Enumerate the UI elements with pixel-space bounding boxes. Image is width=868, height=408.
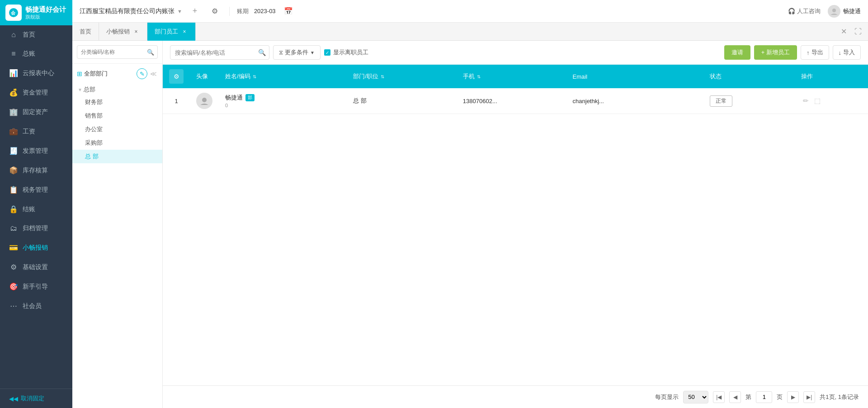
unpin-label: 取消固定 — [21, 394, 44, 403]
support-button[interactable]: 🎧 人工咨询 — [788, 7, 821, 15]
calendar-icon[interactable]: 📅 — [281, 4, 296, 19]
col-phone-header[interactable]: 手机 ⇅ — [457, 65, 566, 88]
export-button[interactable]: ↑ 导出 — [801, 45, 829, 60]
sidebar-item-guide[interactable]: 🎯 新手引导 — [0, 277, 72, 296]
unpin-icon: ◀◀ — [9, 395, 18, 402]
all-dept-button[interactable]: ⊞ 全部部门 — [77, 70, 134, 78]
tab-close-button[interactable]: ✕ — [837, 25, 850, 38]
sidebar-item-expense[interactable]: 💳 小畅报销 — [0, 238, 72, 257]
company-selector[interactable]: 江西服宝精品有限责任公司内账张 ▼ — [80, 7, 182, 15]
tab-dept-close[interactable]: × — [181, 28, 188, 35]
tab-expense-close[interactable]: × — [132, 28, 140, 35]
sidebar-item-home[interactable]: ⌂ 首页 — [0, 25, 72, 44]
search-input[interactable] — [170, 45, 269, 60]
page-last-button[interactable]: ▶| — [803, 391, 815, 403]
avatar — [828, 5, 840, 18]
period-value: 2023-03 — [254, 8, 276, 14]
period-label: 账期 — [237, 7, 249, 15]
logout-button[interactable]: ⬚ — [812, 96, 822, 105]
dept-tree: ▼ 总部 财务部 销售部 办公室 采购部 总 部 — [72, 82, 162, 408]
invite-button[interactable]: 邀请 — [724, 45, 750, 60]
dept-node-office[interactable]: 办公室 — [72, 123, 162, 136]
tab-home-label: 首页 — [80, 28, 91, 36]
page-prev-button[interactable]: ◀ — [729, 391, 741, 403]
col-settings-header: ⚙ — [163, 65, 190, 88]
sidebar-item-basic-label: 基础设置 — [23, 263, 48, 271]
dept-node-purchase[interactable]: 采购部 — [72, 136, 162, 150]
page-suffix: 页 — [777, 393, 783, 401]
tab-maximize-button[interactable]: ⛶ — [852, 25, 864, 38]
sidebar-item-invoice[interactable]: 🧾 发票管理 — [0, 141, 72, 161]
pagination-bar: 每页显示 50 100 200 |◀ ◀ 第 页 ▶ ▶| 共1页, 1条记录 — [163, 385, 868, 408]
sidebar-item-archive[interactable]: 🗂 归档管理 — [0, 219, 72, 238]
svg-point-2 — [832, 9, 836, 12]
col-dept-header[interactable]: 部门/职位 ⇅ — [347, 65, 457, 88]
add-employee-label: + 新增员工 — [761, 48, 790, 57]
user-info[interactable]: 畅捷通 — [828, 5, 861, 18]
sort-dept-icon: ⇅ — [381, 74, 384, 79]
page-input[interactable] — [756, 391, 772, 403]
sidebar-item-tax[interactable]: 📋 税务管理 — [0, 180, 72, 199]
sidebar-item-ledger[interactable]: ≡ 总账 — [0, 44, 72, 63]
sidebar-item-salary[interactable]: 💼 工资 — [0, 122, 72, 141]
sidebar-item-more-label: 社会员 — [23, 302, 42, 310]
edit-button[interactable]: ✏ — [801, 96, 811, 105]
support-label: 人工咨询 — [797, 7, 821, 15]
employee-table: ⚙ 头像 姓名/编码 ⇅ 部门/职位 ⇅ 手机 ⇅ — [163, 65, 868, 385]
tab-home[interactable]: 首页 — [72, 23, 99, 41]
sidebar-item-inventory[interactable]: 📦 库存核算 — [0, 161, 72, 180]
dept-node-general[interactable]: 总 部 — [72, 150, 162, 163]
reports-icon: 📊 — [9, 69, 18, 77]
archive-icon: 🗂 — [9, 224, 18, 232]
row-avatar — [190, 88, 219, 114]
headset-icon: 🎧 — [788, 8, 795, 14]
add-company-button[interactable]: + — [188, 4, 202, 19]
dept-node-sales[interactable]: 销售部 — [72, 109, 162, 123]
col-name-header[interactable]: 姓名/编码 ⇅ — [219, 65, 347, 88]
inventory-icon: 📦 — [9, 166, 18, 175]
salary-icon: 💼 — [9, 127, 18, 136]
sidebar-item-basic[interactable]: ⚙ 基础设置 — [0, 257, 72, 277]
sidebar-item-closing[interactable]: 🔒 结账 — [0, 199, 72, 219]
sidebar-item-more[interactable]: ⋯ 社会员 — [0, 296, 72, 316]
sidebar-item-assets-label: 固定资产 — [23, 108, 48, 116]
add-employee-button[interactable]: + 新增员工 — [754, 45, 797, 60]
tab-expense[interactable]: 小畅报销 × — [99, 23, 147, 41]
page-size-select[interactable]: 50 100 200 — [683, 391, 708, 403]
page-next-button[interactable]: ▶ — [787, 391, 799, 403]
sidebar-item-inventory-label: 库存核算 — [23, 166, 48, 175]
unpin-button[interactable]: ◀◀ 取消固定 — [0, 389, 72, 408]
sidebar-item-funds-label: 资金管理 — [23, 89, 48, 97]
logo[interactable]: 会 畅捷通好会计 旗舰版 — [0, 0, 72, 25]
assets-icon: 🏢 — [9, 108, 18, 116]
more-icon: ⋯ — [9, 302, 18, 310]
settings-button[interactable]: ⚙ — [208, 4, 222, 19]
page-size-label: 每页显示 — [655, 393, 679, 401]
chevron-down-icon: ▼ — [310, 50, 315, 55]
import-button[interactable]: ↓ 导入 — [833, 45, 861, 60]
sidebar-item-home-label: 首页 — [23, 31, 35, 39]
search-icon: 🔍 — [258, 49, 266, 56]
row-status: 正常 — [703, 88, 795, 114]
filter-button[interactable]: ⧖ 更多条件 ▼ — [273, 45, 321, 60]
column-settings-button[interactable]: ⚙ — [169, 69, 184, 84]
sidebar-item-reports[interactable]: 📊 云报表中心 — [0, 63, 72, 83]
import-icon: ↓ — [839, 49, 842, 56]
collapse-button[interactable]: ≪ — [149, 69, 158, 78]
dept-badge: 部 — [245, 94, 255, 101]
employee-name-text: 畅捷通 — [225, 94, 243, 102]
import-label: 导入 — [843, 48, 855, 57]
add-dept-button[interactable]: ✎ — [137, 68, 147, 79]
tab-dept[interactable]: 部门员工 × — [147, 23, 196, 41]
svg-text:会: 会 — [10, 10, 16, 15]
show-resign-toggle[interactable]: ✓ 显示离职员工 — [324, 48, 368, 57]
row-dept: 总 部 — [347, 88, 457, 114]
dept-node-finance[interactable]: 财务部 — [72, 95, 162, 109]
employee-name-row: 畅捷通 部 — [225, 94, 340, 102]
dept-search-input[interactable] — [77, 45, 158, 59]
page-first-button[interactable]: |◀ — [713, 391, 725, 403]
logo-icon: 会 — [5, 5, 22, 21]
sidebar-item-funds[interactable]: 💰 资金管理 — [0, 83, 72, 102]
sidebar-item-assets[interactable]: 🏢 固定资产 — [0, 102, 72, 122]
sidebar: 会 畅捷通好会计 旗舰版 ⌂ 首页 ≡ 总账 📊 云报表中心 💰 资金管理 🏢 … — [0, 0, 72, 408]
